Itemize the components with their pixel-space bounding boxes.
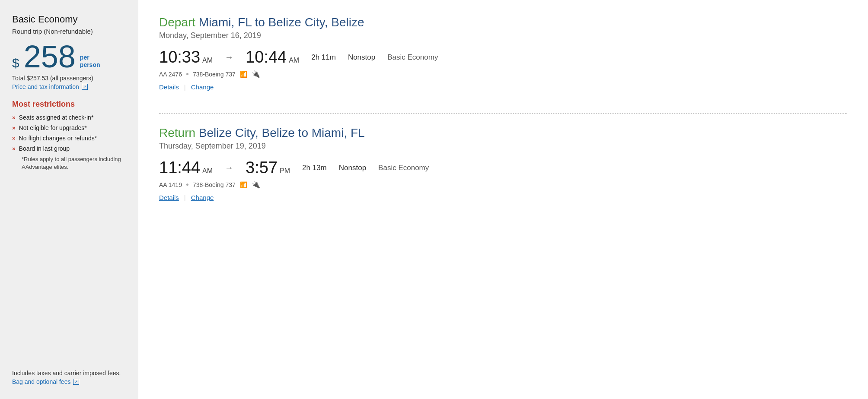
depart-times-row: 10:33 AM → 10:44 AM 2h 11m Nonstop Basic… <box>159 48 847 66</box>
return-depart-time-num: 11:44 <box>159 158 200 177</box>
restriction-item: × Seats assigned at check-in* <box>12 114 126 121</box>
restrictions-title: Most restrictions <box>12 100 126 109</box>
usb-icon: 🔌 <box>252 70 260 78</box>
x-icon: × <box>12 135 16 142</box>
rules-note: *Rules apply to all passengers including… <box>12 155 126 171</box>
return-date: Thursday, September 19, 2019 <box>159 142 847 151</box>
restriction-item: × No flight changes or refunds* <box>12 135 126 142</box>
flight-divider <box>159 113 847 114</box>
total-price: Total $257.53 (all passengers) <box>12 75 126 82</box>
restriction-text: Seats assigned at check-in* <box>19 114 94 121</box>
per-person: perperson <box>80 54 100 69</box>
return-route-cities: Belize City, Belize to Miami, FL <box>199 126 365 139</box>
right-panel: Depart Miami, FL to Belize City, Belize … <box>138 0 868 399</box>
x-icon: × <box>12 114 16 121</box>
depart-date: Monday, September 16, 2019 <box>159 31 847 40</box>
return-route-title: Return Belize City, Belize to Miami, FL <box>159 126 847 140</box>
depart-details-link[interactable]: Details <box>159 83 179 91</box>
return-depart-ampm: AM <box>202 167 213 175</box>
return-flight-header: Return Belize City, Belize to Miami, FL … <box>159 126 847 151</box>
pipe-separator: | <box>184 83 186 91</box>
usb-icon: 🔌 <box>252 180 260 189</box>
return-flight-number: AA 1419 <box>159 181 182 188</box>
x-icon: × <box>12 125 16 131</box>
return-duration: 2h 13m <box>302 164 327 172</box>
depart-change-link[interactable]: Change <box>191 83 214 91</box>
depart-stops: Nonstop <box>348 53 375 62</box>
restriction-text: Not eligible for upgrades* <box>19 124 87 131</box>
price-tax-link[interactable]: Price and tax information <box>12 83 126 90</box>
restriction-text: Board in last group <box>19 145 70 152</box>
depart-route-title: Depart Miami, FL to Belize City, Belize <box>159 16 847 29</box>
restriction-item: × Not eligible for upgrades* <box>12 124 126 131</box>
arrow-icon: → <box>225 52 233 62</box>
pipe-separator: | <box>184 194 186 201</box>
arrive-time-num: 10:44 <box>246 48 287 66</box>
return-arrive-time-num: 3:57 <box>246 158 278 177</box>
panel-title: Basic Economy <box>12 14 126 25</box>
return-links-row: Details | Change <box>159 194 847 201</box>
depart-route-cities: Miami, FL to Belize City, Belize <box>199 16 364 29</box>
wifi-icon: 📶 <box>240 181 247 188</box>
price-row: $ 258 perperson <box>12 41 126 72</box>
left-panel: Basic Economy Round trip (Non-refundable… <box>0 0 138 399</box>
external-link-icon <box>82 84 88 90</box>
restriction-text: No flight changes or refunds* <box>19 135 97 142</box>
depart-cabin-class: Basic Economy <box>387 53 438 62</box>
restriction-item: × Board in last group <box>12 145 126 152</box>
arrive-time: 10:44 AM <box>246 48 299 66</box>
return-details-link[interactable]: Details <box>159 194 179 201</box>
return-aircraft: 738-Boeing 737 <box>193 181 236 188</box>
depart-flight-section: Depart Miami, FL to Belize City, Belize … <box>159 16 847 103</box>
arrow-icon: → <box>225 163 233 173</box>
depart-duration: 2h 11m <box>311 53 336 62</box>
trip-type: Round trip (Non-refundable) <box>12 28 126 35</box>
includes-text: Includes taxes and carrier imposed fees. <box>12 370 126 377</box>
return-details-row: AA 1419 738-Boeing 737 📶 🔌 <box>159 180 847 189</box>
wifi-icon: 📶 <box>240 71 247 78</box>
return-times-row: 11:44 AM → 3:57 PM 2h 13m Nonstop Basic … <box>159 158 847 177</box>
external-link-icon <box>73 379 79 385</box>
dot-separator <box>186 73 188 75</box>
return-arrive-ampm: PM <box>280 167 290 175</box>
return-arrive-time: 3:57 PM <box>246 158 290 177</box>
depart-aircraft: 738-Boeing 737 <box>193 71 236 78</box>
restriction-list: × Seats assigned at check-in* × Not elig… <box>12 114 126 152</box>
return-change-link[interactable]: Change <box>191 194 214 201</box>
depart-time: 10:33 AM <box>159 48 213 66</box>
depart-details-row: AA 2476 738-Boeing 737 📶 🔌 <box>159 70 847 78</box>
dot-separator <box>186 184 188 186</box>
depart-direction-word: Depart <box>159 16 195 29</box>
return-direction-word: Return <box>159 126 195 139</box>
dollar-sign: $ <box>12 57 19 70</box>
return-depart-time: 11:44 AM <box>159 158 213 177</box>
depart-flight-header: Depart Miami, FL to Belize City, Belize … <box>159 16 847 40</box>
return-cabin-class: Basic Economy <box>378 164 429 172</box>
depart-flight-number: AA 2476 <box>159 71 182 78</box>
depart-ampm: AM <box>202 57 213 64</box>
arrive-ampm: AM <box>289 57 299 64</box>
return-stops: Nonstop <box>339 164 366 172</box>
price-amount: 258 <box>24 41 76 72</box>
depart-links-row: Details | Change <box>159 83 847 91</box>
bag-fees-link[interactable]: Bag and optional fees <box>12 378 126 385</box>
depart-time-num: 10:33 <box>159 48 200 66</box>
return-flight-section: Return Belize City, Belize to Miami, FL … <box>159 126 847 213</box>
x-icon: × <box>12 146 16 152</box>
